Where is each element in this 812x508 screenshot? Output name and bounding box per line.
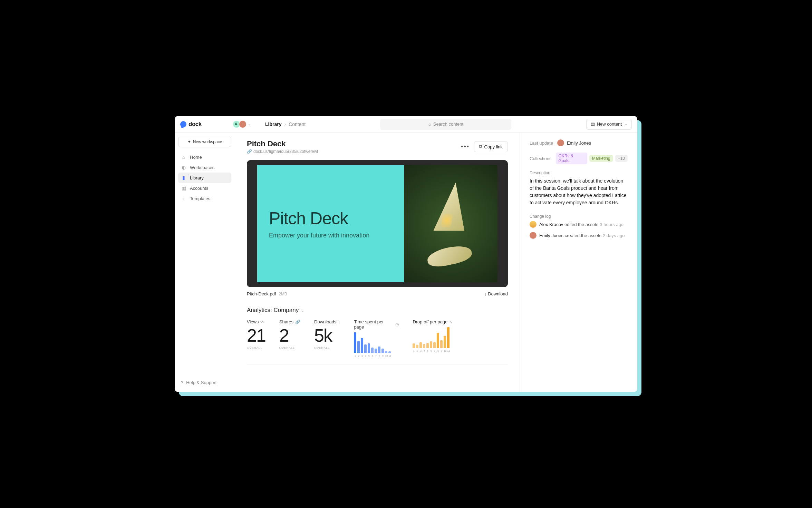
sidebar-item-accounts[interactable]: ▦Accounts [178,183,231,193]
logo[interactable]: dock [180,121,229,128]
logo-text: dock [188,121,202,128]
sidebar: ✦ New workspace ⌂Home ◐Workspaces ▮Libra… [175,133,235,392]
home-icon: ⌂ [181,154,186,160]
analytics-dropdown[interactable]: Analytics: Company ⌄ [247,307,508,314]
preview-graphic [404,165,497,282]
more-button[interactable]: ••• [460,141,471,152]
tag-okrs[interactable]: OKRs & Goals [556,153,587,164]
document-icon: ▤ [591,121,595,127]
metric-shares: Shares🔗 2 OVERALL [279,319,300,357]
app-window: dock A. ⌄ Library › Content ⌕ Search con… [175,116,637,392]
link-icon: 🔗 [295,320,300,324]
file-info: Pitch-Deck.pdf 2MB [247,291,287,296]
changelog-label: Change log [530,214,628,219]
plus-icon: ✦ [187,139,191,144]
file-name: Pitch-Deck.pdf [247,291,276,296]
copy-icon: ⧉ [479,144,482,149]
changelog-item: Alex Kracov edited the assets3 hours ago [530,221,628,228]
chevron-down-icon: ⌄ [301,309,304,312]
collections-label: Collections [530,156,552,161]
breadcrumb-root[interactable]: Library [265,121,281,127]
file-size: 2MB [279,292,287,296]
views-value: 21 [247,326,265,345]
avatar [530,221,536,228]
link-icon: 🔗 [247,149,252,154]
templates-icon: ▫ [181,196,186,201]
document-preview[interactable]: Pitch Deck Empower your future with inno… [247,160,508,287]
preview-title: Pitch Deck [269,208,404,228]
chevron-down-icon: ⌄ [625,122,627,126]
search-placeholder: Search content [433,121,463,127]
arrow-down-right-icon: ↘ [449,320,453,324]
workspace-switcher[interactable]: A. ⌄ [233,120,251,128]
metric-drop-off: Drop off per page↘ 1234567891011 [413,319,457,357]
workspaces-icon: ◐ [181,165,186,170]
new-workspace-button[interactable]: ✦ New workspace [178,137,231,147]
tag-marketing[interactable]: Marketing [589,155,613,162]
help-support-link[interactable]: ? Help & Support [178,377,231,388]
avatar [557,139,564,146]
logo-icon [179,120,187,128]
share-url[interactable]: 🔗 dock.us/figma/iou5r235iu2ofwefewf [247,149,318,154]
main-content: Pitch Deck 🔗 dock.us/figma/iou5r235iu2of… [235,133,520,392]
details-panel: Last update Emily Jones Collections OKRs… [520,133,637,392]
metric-downloads: Downloads↓ 5k OVERALL [314,319,340,357]
help-icon: ? [181,380,183,385]
clock-icon: ◷ [395,322,399,327]
page-title: Pitch Deck [247,139,318,148]
download-button[interactable]: ↓ Download [484,291,508,296]
downloads-value: 5k [314,326,340,345]
metric-views: Views👁 21 OVERALL [247,319,265,357]
drop-off-chart [413,327,457,348]
tag-more[interactable]: +10 [615,155,628,162]
sidebar-item-home[interactable]: ⌂Home [178,152,231,162]
breadcrumb-current: Content [289,121,306,127]
copy-link-button[interactable]: ⧉ Copy link [474,141,508,152]
metric-time-spent: Time spent per page◷ 1234567891011 [354,319,399,357]
preview-subtitle: Empower your future with innovation [269,232,404,239]
library-icon: ▮ [181,175,186,180]
changelog-item: Emily Jones created the assets2 days ago [530,232,628,239]
sidebar-item-library[interactable]: ▮Library [178,173,231,183]
sidebar-item-templates[interactable]: ▫Templates [178,193,231,204]
download-icon: ↓ [338,320,340,324]
topbar: dock A. ⌄ Library › Content ⌕ Search con… [175,116,637,133]
new-content-button[interactable]: ▤ New content ⌄ [586,119,632,130]
description-label: Description [530,170,628,175]
last-update-label: Last update [530,140,553,146]
shares-value: 2 [279,326,300,345]
chevron-down-icon: ⌄ [248,122,251,126]
metrics-row: Views👁 21 OVERALL Shares🔗 2 OVERALL Down… [247,319,508,364]
chevron-right-icon: › [284,121,286,127]
search-icon: ⌕ [428,121,431,127]
sidebar-item-workspaces[interactable]: ◐Workspaces [178,162,231,173]
avatar [239,120,246,128]
avatar [530,232,536,239]
time-spent-chart [354,332,399,353]
last-update-user[interactable]: Emily Jones [557,139,591,146]
accounts-icon: ▦ [181,185,186,191]
description-text: In this session, we'll talk about the ev… [530,177,628,206]
eye-icon: 👁 [260,320,264,324]
breadcrumb: Library › Content [265,121,306,127]
download-icon: ↓ [484,291,487,296]
search-input[interactable]: ⌕ Search content [380,119,511,130]
